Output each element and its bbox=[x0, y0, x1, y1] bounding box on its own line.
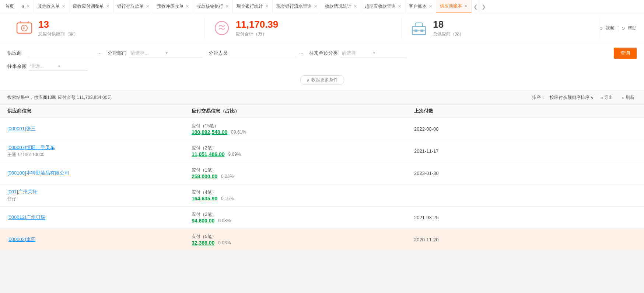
ap-total-label: 应付合计（万） bbox=[236, 31, 279, 37]
table-row: [001]广州荣轩 仔仔 应付（4笔） 164,635.90 0.15% bbox=[0, 185, 644, 207]
nav-tab-3[interactable]: 3 ✕ bbox=[18, 0, 34, 13]
svg-rect-6 bbox=[420, 30, 423, 32]
nav-tab-home-label: 首页 bbox=[5, 3, 14, 10]
close-prepay-collection[interactable]: ✕ bbox=[186, 4, 189, 9]
sort-label: 排序： bbox=[532, 94, 545, 101]
last-pay-2: 2023-01-30 bbox=[414, 170, 637, 176]
close-payment-review[interactable]: ✕ bbox=[225, 4, 229, 9]
supplier-link-4[interactable]: [000012]广州贝瑞 bbox=[7, 214, 192, 221]
tx-amount-2[interactable]: 258,000.00 bbox=[192, 173, 217, 179]
nav-tab-cash-bank-stat[interactable]: 现金银行统计 ✕ bbox=[233, 0, 273, 13]
tx-percent-4: 0.08% bbox=[218, 218, 231, 223]
result-bar-right: 排序： 按应付余额倒序排序 ∨ ○ 导出 ○ 刷新 bbox=[532, 94, 637, 101]
separator: | bbox=[617, 25, 619, 31]
summary-card-1-info: 13 总应付供应商（家） bbox=[38, 19, 78, 37]
summary-card-2-info: 11,170.39 应付合计（万） bbox=[236, 19, 279, 37]
category-select[interactable]: 请选择 ▾ bbox=[340, 49, 406, 58]
close-cash-bank-flow[interactable]: ✕ bbox=[314, 4, 317, 9]
svg-point-3 bbox=[215, 21, 228, 35]
supplier-label: 供应商 bbox=[7, 50, 26, 56]
supplier-link-3[interactable]: [001]广州荣轩 bbox=[7, 189, 192, 195]
total-supplier-value: 18 bbox=[433, 19, 464, 30]
close-bank-deposit[interactable]: ✕ bbox=[146, 4, 149, 9]
supplier-info-3: [001]广州荣轩 仔仔 bbox=[7, 189, 192, 202]
supplier-ap-icon: ¥ bbox=[15, 18, 34, 38]
supplier-link-5[interactable]: [000002]李四 bbox=[7, 236, 192, 243]
nav-tab-payment-review-label: 收款核销执行 bbox=[197, 3, 223, 10]
tx-label-0: 应付（15笔） bbox=[192, 123, 414, 129]
nav-tab-bank-deposit[interactable]: 银行存取款单 ✕ bbox=[113, 0, 153, 13]
ap-total-value: 11,170.39 bbox=[236, 19, 279, 30]
tx-label-3: 应付（4笔） bbox=[192, 189, 414, 196]
close-other-income[interactable]: ✕ bbox=[62, 4, 65, 9]
nav-prev-arrow[interactable]: ❮ bbox=[472, 0, 480, 13]
tx-amount-5[interactable]: 32,366.00 bbox=[192, 240, 214, 246]
supplier-link-0[interactable]: [000001]张三 bbox=[7, 125, 192, 132]
nav-tab-payment-review[interactable]: 收款核销执行 ✕ bbox=[193, 0, 233, 13]
nav-tab-ap-adjustment[interactable]: 应收应付调整单 ✕ bbox=[69, 0, 113, 13]
help-link[interactable]: 帮助 bbox=[628, 25, 637, 31]
nav-tab-supplier-account[interactable]: 供应商账本 ✕ bbox=[436, 0, 472, 13]
filter-supplier: 供应商 ··· bbox=[7, 49, 102, 57]
export-button[interactable]: ○ 导出 bbox=[598, 94, 615, 101]
tx-amount-0[interactable]: 100,092,540.00 bbox=[192, 129, 227, 135]
tx-amount-1[interactable]: 11,051,486.00 bbox=[192, 151, 225, 157]
query-button[interactable]: 查询 bbox=[614, 48, 637, 59]
close-supplier-account[interactable]: ✕ bbox=[464, 4, 468, 8]
supplier-info-2: [000100]本特勤油品有限公司 bbox=[7, 170, 192, 177]
last-pay-4: 2021-03-25 bbox=[414, 215, 637, 220]
nav-tab-collection-stat[interactable]: 收款情况统计 ✕ bbox=[321, 0, 361, 13]
filter-person: 分管人员 ··· bbox=[209, 49, 304, 57]
tx-row-0: 100,092,540.00 89.61% bbox=[192, 129, 414, 135]
collapse-button[interactable]: ∧ 收起更多条件 bbox=[300, 75, 344, 85]
close-customer-account[interactable]: ✕ bbox=[429, 4, 432, 9]
supplier-dots-icon[interactable]: ··· bbox=[97, 50, 102, 56]
tx-row-3: 164,635.90 0.15% bbox=[192, 196, 414, 201]
table-header: 供应商信息 应付交易信息（占比） 上次付数 bbox=[0, 105, 644, 118]
balance-select[interactable]: 请选... ▾ bbox=[29, 62, 88, 71]
refresh-button[interactable]: ○ 刷新 bbox=[620, 94, 637, 101]
filter-area: 供应商 ··· 分管部门 请选择... ▾ 分管人员 ··· 往来单位分类 请选… bbox=[0, 43, 644, 91]
nav-tab-ap-adjustment-label: 应收应付调整单 bbox=[73, 3, 104, 10]
tx-amount-4[interactable]: 94,600.00 bbox=[192, 218, 214, 224]
nav-tab-customer-account[interactable]: 客户账本 ✕ bbox=[405, 0, 436, 13]
close-overdue-ap[interactable]: ✕ bbox=[398, 4, 401, 9]
supplier-sub-3: 仔仔 bbox=[7, 196, 192, 202]
nav-tab-home[interactable]: 首页 bbox=[1, 0, 18, 13]
nav-tab-prepay-collection[interactable]: 预收冲应收单 ✕ bbox=[153, 0, 193, 13]
export-label: 导出 bbox=[604, 94, 613, 101]
close-cash-bank-stat[interactable]: ✕ bbox=[265, 4, 269, 9]
supplier-info-5: [000002]李四 bbox=[7, 236, 192, 244]
close-tab-3[interactable]: ✕ bbox=[27, 4, 30, 9]
close-collection-stat[interactable]: ✕ bbox=[354, 4, 357, 9]
tx-label-4: 应付（2笔） bbox=[192, 211, 414, 218]
dept-select[interactable]: 请选择... ▾ bbox=[129, 49, 203, 58]
sort-select[interactable]: 按应付余额倒序排序 ∨ bbox=[550, 94, 594, 101]
balance-placeholder: 请选... bbox=[30, 63, 58, 69]
category-dropdown-arrow: ▾ bbox=[373, 51, 405, 55]
close-ap-adjustment[interactable]: ✕ bbox=[106, 4, 109, 9]
nav-tab-overdue-ap[interactable]: 超期应收款查询 ✕ bbox=[361, 0, 405, 13]
col-header-tx: 应付交易信息（占比） bbox=[192, 108, 414, 114]
supplier-link-1[interactable]: [000007]恒旺二手叉车 bbox=[7, 144, 192, 151]
supplier-input[interactable] bbox=[28, 49, 94, 57]
nav-tab-cash-bank-flow[interactable]: 现金银行流水查询 ✕ bbox=[273, 0, 321, 13]
person-input[interactable] bbox=[230, 49, 296, 57]
total-supplier-label: 总供应商（家） bbox=[433, 31, 464, 37]
table-row: [000012]广州贝瑞 应付（2笔） 94,600.00 0.08% 2021… bbox=[0, 207, 644, 229]
tx-amount-3[interactable]: 164,635.90 bbox=[192, 196, 217, 201]
refresh-icon: ○ bbox=[622, 95, 624, 100]
nav-tab-other-income[interactable]: 其他收入单 ✕ bbox=[34, 0, 69, 13]
tx-info-2: 应付（1笔） 258,000.00 0.23% bbox=[192, 167, 414, 179]
top-right-links: ⊙ 视频 | ⊙ 帮助 bbox=[599, 25, 637, 31]
nav-next-arrow[interactable]: ❯ bbox=[480, 0, 488, 13]
summary-card-3-info: 18 总供应商（家） bbox=[433, 19, 464, 37]
top-navigation: 首页 3 ✕ 其他收入单 ✕ 应收应付调整单 ✕ 银行存取款单 ✕ 预收冲应收单… bbox=[0, 0, 644, 13]
video-link[interactable]: 视频 bbox=[606, 25, 615, 31]
tx-row-2: 258,000.00 0.23% bbox=[192, 173, 414, 179]
nav-tab-cash-bank-stat-label: 现金银行统计 bbox=[237, 3, 263, 10]
summary-card-supplier-ap: ¥ 13 总应付供应商（家） bbox=[7, 17, 205, 39]
supplier-link-2[interactable]: [000100]本特勤油品有限公司 bbox=[7, 170, 192, 176]
ap-total-icon bbox=[212, 18, 231, 38]
person-dots-icon[interactable]: ··· bbox=[299, 50, 304, 56]
